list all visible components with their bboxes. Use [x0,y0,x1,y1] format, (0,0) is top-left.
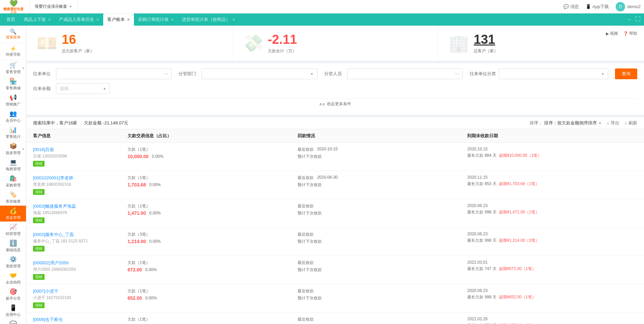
debt-amount[interactable]: 1,703.68 [128,182,146,187]
sidebar-item-enterprise-wechat[interactable]: 💬 企业微信 [0,319,26,324]
refresh-icon: ○ [624,121,627,126]
customer-name-link[interactable]: [0016]吕俊 [33,147,128,153]
customer-name-link[interactable]: [0001020001]李老师 [33,175,128,181]
col-header-customer: 客户信息 [33,133,128,139]
basic-icon: ℹ️ [9,239,17,247]
sidebar-item-member-center[interactable]: 👥 会员中心 [0,109,26,125]
minimize-icon[interactable]: － [626,16,632,23]
overdue-link[interactable]: 超期¥10,000.00（1笔） [499,153,542,158]
search-button[interactable]: 查询 [615,68,637,79]
tab-customer-account[interactable]: 客户账本 ✕ [103,13,134,26]
customer-info-5: [000002]用户2050 用户2050 18665062050 现销 [33,260,128,280]
quick-nav-item: ⚡ 快捷导航 [0,43,26,60]
sidebar: 🔍 搜索菜单 ⚡ 快捷导航 🛒 零售管理 ▼ 🏪 零售商城 📢 营销推广 👥 会… [0,26,26,324]
manager-input[interactable]: ··· [347,68,463,79]
result-bar: 搜索结果中，客户16家 欠款金额 -21,148.07元 排序： 排序：按欠款金… [26,117,644,129]
tab-purchase-stats2[interactable]: 进货单统计表（按商品） ✕ [178,13,239,26]
message-btn[interactable]: 💬 消息 [563,4,579,10]
industry-selector[interactable]: 母婴行业演示账套 ▼ [30,0,78,13]
close-icon[interactable]: ✕ [232,18,235,22]
refresh-btn[interactable]: ○ 刷新 [624,120,637,126]
overdue-link[interactable]: 超期¥1,703.68（1笔） [499,181,539,186]
debt-pct: 0.00% [152,154,163,159]
customer-phone: 海蕊 18513066976 [33,210,128,216]
capital-icon: 💰 [9,207,17,214]
stat-card-2: 💸 -2.11 欠款合计（万） [232,26,439,61]
debt-amount[interactable]: 10,000.00 [128,154,148,159]
sidebar-item-ecom[interactable]: 💻 电商管理 [0,157,26,173]
sort-selector[interactable]: 排序： 排序：按欠款金额倒序排序 ▼ [530,120,601,126]
purchase-icon: 🛍️ [9,175,17,182]
debt-pct: 0.00% [149,182,161,187]
sidebar-item-newbie[interactable]: 🎯 新手引导 [0,287,26,303]
sidebar-item-retail-stat[interactable]: 📊 零售统计 [0,125,26,141]
due-date-info-7: 2021.02.26 最长欠款 750 天 超期¥455.90（1笔） [467,317,637,324]
collapse-bar[interactable]: ∧∧ 收起更多条件 [33,98,637,110]
close-icon[interactable]: ✕ [96,18,99,22]
sort-label: 排序： [530,120,543,126]
manager-label: 分管人员 [324,71,344,77]
debt-info-5: 欠款（1笔） 672.00 0.00% [128,260,298,272]
main-content: 💴 16 总欠款客户（家） 💸 -2.11 欠款合计（万） 🏢 131 总客户（… [26,26,644,324]
search-menu-item[interactable]: 🔍 搜索菜单 [0,26,26,43]
tab-purchase-stat[interactable]: 采购订单统计表 ✕ [134,13,178,26]
sidebar-item-retail-store[interactable]: 🏪 零售商城 [0,76,26,92]
unit-category-select[interactable]: ▼ [499,68,608,79]
return-info-5: 最近收款 预计下次收款 [298,260,468,273]
sidebar-item-batch-mgmt[interactable]: 📦 批发管理 ▼ [0,141,26,157]
sidebar-item-enterprise[interactable]: 🤝 企业协同 [0,270,26,287]
table-row: [0001020001]李老师 李老师 18600391516 现销 欠款（1笔… [26,171,644,199]
filter-row-2: 往来余额 选择... ▼ [33,83,637,94]
filter-area: 往来单位 ··· 分管部门 ▼ 分管人员 ··· [26,63,644,115]
app-download-btn[interactable]: 📱 App下载 [586,4,609,10]
message-icon: 💬 [563,4,569,9]
chevron-down-icon: ▼ [310,72,314,76]
arrow-icon: ▼ [22,147,25,150]
stat-icon-3: 🏢 [448,33,469,53]
balance-select[interactable]: 选择... ▼ [56,83,110,94]
stats-row: 💴 16 总欠款客户（家） 💸 -2.11 欠款合计（万） 🏢 131 总客户（… [26,26,644,61]
tab-product-history[interactable]: 产成品入库单历史 ✕ [55,13,103,26]
customer-info-2: [0001020001]李老师 李老师 18600391516 现销 [33,175,128,195]
col-header-debt: 欠款交易信息（占比） [128,133,298,139]
help-btn[interactable]: ❓ 帮助 [623,31,637,36]
customer-name-link[interactable]: [0003]畅捷服务尹海蕊 [33,203,128,209]
sidebar-item-basic-info[interactable]: ℹ️ 基础信息 [0,238,26,254]
ecom-icon: 💻 [9,158,17,166]
sidebar-item-marketing[interactable]: 📢 营销推广 [0,92,26,109]
stat-icon-2: 💸 [243,33,263,53]
close-icon[interactable]: ✕ [48,18,51,22]
table-header: 客户信息 欠款交易信息（占比） 回款情况 到期未收款日期 [26,129,644,143]
user-area[interactable]: D demo2 [616,2,641,11]
sidebar-item-inventory[interactable]: 🏷️ 库存核算 [0,189,26,206]
sidebar-item-retail-mgmt[interactable]: 🛒 零售管理 ▼ [0,60,26,76]
balance-label: 往来余额 [33,86,53,92]
due-date-info-2: 2020.11.15 最长欠款 853 天 超期¥1,703.68（1笔） [467,175,637,187]
logo-text: 畅捷通好生意 [3,7,24,11]
sidebar-item-app-center[interactable]: 📱 应用中心 [0,303,26,319]
view-btn[interactable]: ▶ 视频 [606,31,618,36]
close-icon[interactable]: ✕ [171,18,174,22]
sidebar-item-system[interactable]: ⚙️ 系统管理 [0,254,26,270]
dept-select[interactable]: ▼ [201,68,317,79]
maximize-icon[interactable]: ⛶ [635,16,641,23]
sidebar-item-purchase[interactable]: 🛍️ 采购管理 [0,173,26,189]
help-icon: ❓ [623,31,628,36]
balance-filter: 往来余额 选择... ▼ [33,83,110,94]
export-btn[interactable]: ○ 导出 [607,120,619,126]
stat-value-2: -2.11 [268,32,297,47]
close-icon[interactable]: ✕ [127,18,130,22]
sidebar-item-capital[interactable]: 💰 资金管理 [0,206,26,222]
sort-value: 排序：按欠款金额倒序排序 [544,120,597,126]
arrow-icon: ▼ [22,66,25,69]
top-right-area: 💬 消息 📱 App下载 D demo2 [563,2,641,11]
ops-icon: 📈 [9,223,17,231]
source-unit-input[interactable]: ··· [56,68,172,79]
chevron-down-icon: ▼ [598,121,601,125]
sidebar-item-ops[interactable]: 📈 经营管理 [0,222,26,238]
stat-label-1: 总欠款客户（家） [62,48,94,54]
tab-product-off[interactable]: 商品上下架 ✕ [20,13,55,26]
wechat-icon: 💬 [9,320,17,324]
tab-home[interactable]: 首页 [2,13,20,26]
customer-tag: 现销 [33,189,45,195]
